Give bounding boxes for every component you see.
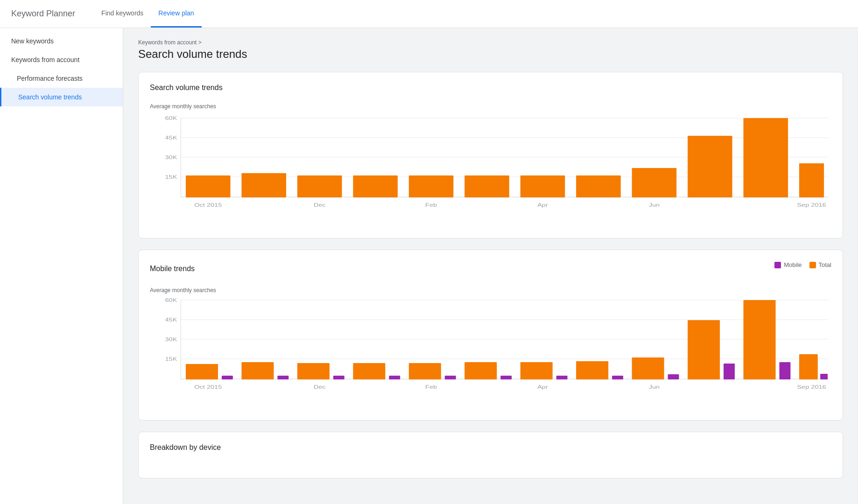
svg-text:60K: 60K [165, 297, 177, 303]
chart1-svg: 60K 45K 30K 15K [150, 113, 831, 225]
svg-text:Sep 2016: Sep 2016 [797, 384, 826, 390]
svg-text:Feb: Feb [425, 202, 437, 208]
svg-rect-55 [612, 376, 623, 379]
chart1-y-label: Average monthly searches [150, 103, 831, 110]
tab-review-plan[interactable]: Review plan [151, 0, 201, 28]
svg-rect-22 [799, 163, 824, 197]
chart2-area: Average monthly searches 60K 45K 30K [150, 283, 831, 409]
breadcrumb-separator: > [198, 39, 202, 46]
chart2-svg: 60K 45K 30K 15K [150, 295, 831, 407]
layout: New keywords Keywords from account Perfo… [0, 28, 858, 504]
svg-text:Feb: Feb [425, 384, 437, 390]
svg-rect-42 [241, 362, 274, 379]
chart1-container: 60K 45K 30K 15K [150, 112, 831, 227]
svg-rect-21 [744, 118, 788, 197]
legend-mobile: Mobile [774, 261, 802, 268]
svg-rect-17 [520, 175, 565, 197]
svg-rect-63 [820, 374, 828, 379]
svg-rect-41 [222, 376, 233, 379]
svg-text:Dec: Dec [314, 384, 326, 390]
svg-rect-47 [389, 376, 400, 379]
svg-text:15K: 15K [165, 356, 177, 362]
sidebar-item-new-keywords[interactable]: New keywords [0, 32, 123, 50]
sidebar-item-performance-forecasts[interactable]: Performance forecasts [0, 69, 123, 88]
svg-rect-58 [688, 320, 720, 379]
svg-rect-52 [520, 362, 553, 379]
page-title: Search volume trends [138, 48, 843, 61]
svg-rect-54 [576, 361, 608, 379]
svg-text:Jun: Jun [649, 202, 660, 208]
svg-rect-53 [556, 376, 568, 379]
svg-rect-50 [464, 362, 497, 379]
svg-rect-18 [576, 175, 621, 197]
svg-rect-40 [186, 364, 218, 379]
svg-text:Apr: Apr [537, 202, 548, 208]
sidebar: New keywords Keywords from account Perfo… [0, 28, 123, 504]
chart2-y-label: Average monthly searches [150, 287, 831, 294]
svg-rect-20 [688, 136, 732, 197]
svg-rect-46 [353, 363, 385, 379]
svg-rect-19 [632, 168, 677, 197]
svg-rect-45 [333, 376, 345, 379]
svg-rect-62 [799, 354, 818, 379]
svg-text:Oct 2015: Oct 2015 [194, 384, 222, 390]
chart3-title: Breakdown by device [150, 443, 831, 452]
svg-rect-59 [724, 364, 735, 379]
svg-rect-12 [241, 173, 286, 197]
main-content: Keywords from account > Search volume tr… [123, 28, 858, 504]
chart1-title: Search volume trends [150, 84, 831, 92]
chart1-area: Average monthly searches [150, 99, 831, 227]
svg-text:Oct 2015: Oct 2015 [194, 202, 222, 208]
svg-rect-16 [464, 175, 509, 197]
svg-rect-15 [409, 175, 454, 197]
app-header: Keyword Planner Find keywords Review pla… [0, 0, 858, 28]
svg-text:45K: 45K [165, 135, 177, 141]
svg-text:45K: 45K [165, 317, 177, 323]
legend-total-dot [809, 262, 816, 268]
svg-text:Jun: Jun [649, 384, 660, 390]
svg-text:Sep 2016: Sep 2016 [797, 202, 826, 208]
svg-rect-43 [277, 376, 288, 379]
legend-total-label: Total [819, 261, 831, 268]
svg-rect-61 [780, 362, 791, 379]
legend-mobile-label: Mobile [784, 261, 802, 268]
svg-text:60K: 60K [165, 115, 177, 121]
svg-rect-48 [409, 363, 441, 379]
svg-rect-49 [445, 376, 456, 379]
svg-text:Apr: Apr [537, 384, 548, 390]
svg-text:Dec: Dec [314, 202, 326, 208]
svg-text:30K: 30K [165, 154, 177, 161]
svg-rect-44 [297, 363, 330, 379]
tab-find-keywords[interactable]: Find keywords [94, 0, 151, 28]
chart2-title: Mobile trends [150, 265, 195, 273]
mobile-trends-card: Mobile trends Mobile Total Average month… [138, 250, 843, 420]
sidebar-item-keywords-from-account[interactable]: Keywords from account [0, 50, 123, 69]
breadcrumb-parent: Keywords from account [138, 39, 197, 46]
svg-rect-51 [500, 376, 512, 379]
svg-text:30K: 30K [165, 336, 177, 343]
svg-rect-14 [353, 175, 398, 197]
svg-rect-57 [668, 374, 679, 379]
chart2-legend: Mobile Total [774, 261, 831, 268]
search-volume-trends-card: Search volume trends Average monthly sea… [138, 72, 843, 238]
svg-rect-11 [186, 175, 231, 197]
svg-text:15K: 15K [165, 174, 177, 180]
svg-rect-60 [744, 300, 776, 379]
svg-rect-56 [632, 357, 664, 379]
svg-rect-13 [297, 175, 342, 197]
sidebar-item-search-volume-trends[interactable]: Search volume trends [0, 88, 123, 106]
breadcrumb: Keywords from account > [138, 39, 843, 46]
nav-tabs: Find keywords Review plan [94, 0, 202, 28]
breakdown-device-card: Breakdown by device [138, 432, 843, 478]
legend-mobile-dot [774, 262, 781, 268]
legend-total: Total [809, 261, 831, 268]
app-title: Keyword Planner [11, 9, 75, 19]
